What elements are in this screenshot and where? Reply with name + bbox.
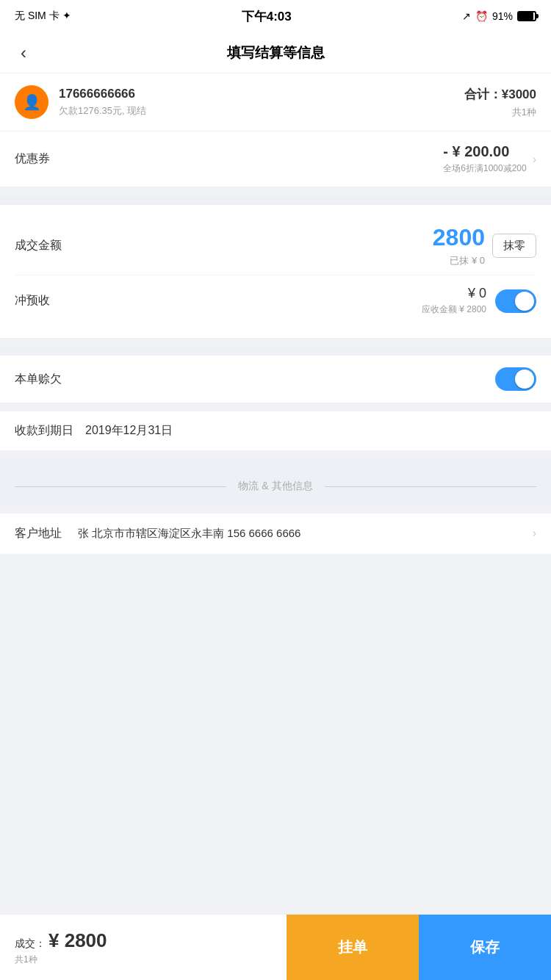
avatar-icon: 👤 (23, 93, 41, 111)
prereceive-label: 冲预收 (15, 293, 50, 309)
debt-toggle-knob (515, 370, 534, 389)
section-divider-1 (0, 196, 551, 205)
total-count: 共1种 (464, 106, 536, 119)
battery-percent: 91% (492, 10, 513, 22)
deal-amount-row: 成交金额 2800 已抹 ¥ 0 抹零 (15, 217, 536, 275)
coupon-amount-block: - ¥ 200.00 全场6折满1000减200 (443, 143, 526, 175)
coupon-amount: - ¥ 200.00 (443, 143, 526, 160)
bottom-count: 共1种 (15, 954, 272, 966)
amount-value: 2800 (433, 224, 485, 251)
clock-icon: ⏰ (475, 10, 488, 22)
already-zero: 已抹 ¥ 0 (433, 254, 485, 267)
bottom-deal-row: 成交： ¥ 2800 (15, 929, 272, 952)
bottom-deal-amount: ¥ 2800 (48, 929, 107, 952)
bottom-bar: 成交： ¥ 2800 共1种 挂单 保存 (0, 914, 551, 980)
section-divider-3 (0, 459, 551, 468)
user-info-row: 👤 17666666666 欠款1276.35元, 现结 合计：¥3000 共1… (0, 73, 551, 131)
status-right: ↗ ⏰ 91% (462, 10, 536, 22)
save-button[interactable]: 保存 (419, 915, 551, 980)
logistics-text: 物流 & 其他信息 (238, 480, 312, 493)
coupon-row[interactable]: 优惠券 - ¥ 200.00 全场6折满1000减200 › (0, 131, 551, 187)
bottom-deal-label: 成交： (15, 937, 46, 951)
debt-section: 本单赊欠 (0, 356, 551, 403)
user-sub: 欠款1276.35元, 现结 (59, 104, 146, 118)
bottom-summary: 成交： ¥ 2800 共1种 (0, 915, 287, 980)
address-value: 张 北京市市辖区海淀区永丰南 156 6666 6666 (78, 525, 533, 542)
content-area: 👤 17666666666 欠款1276.35元, 现结 合计：¥3000 共1… (0, 73, 551, 783)
due-date-value: 2019年12月31日 (85, 423, 173, 439)
sim-status: 无 SIM 卡 ✦ (15, 10, 71, 23)
status-left: 无 SIM 卡 ✦ (15, 10, 71, 23)
deal-amount-right: 2800 已抹 ¥ 0 抹零 (433, 224, 536, 267)
toggle-knob (515, 292, 534, 311)
page-title: 填写结算等信息 (227, 43, 325, 62)
address-section[interactable]: 客户地址 张 北京市市辖区海淀区永丰南 156 6666 6666 › (0, 514, 551, 554)
debt-toggle[interactable] (495, 367, 536, 391)
coupon-chevron: › (533, 153, 536, 166)
prereceive-amounts: ¥ 0 应收金额 ¥ 2800 (422, 286, 486, 316)
wipe-zero-button[interactable]: 抹零 (492, 234, 536, 258)
prereceive-toggle[interactable] (495, 289, 536, 313)
status-bar: 无 SIM 卡 ✦ 下午4:03 ↗ ⏰ 91% (0, 0, 551, 32)
section-divider-2 (0, 347, 551, 356)
due-date-section: 收款到期日 2019年12月31日 (0, 411, 551, 450)
deal-amount-label: 成交金额 (15, 238, 62, 253)
user-info-left: 👤 17666666666 欠款1276.35元, 现结 (15, 85, 146, 119)
prereceive-amount: ¥ 0 (422, 286, 486, 301)
amount-section: 成交金额 2800 已抹 ¥ 0 抹零 冲预收 ¥ 0 应收金额 ¥ 2800 (0, 205, 551, 338)
debt-label: 本单赊欠 (15, 372, 62, 387)
user-details: 17666666666 欠款1276.35元, 现结 (59, 87, 146, 118)
prereceive-sub: 应收金额 ¥ 2800 (422, 303, 486, 316)
user-info-card: 👤 17666666666 欠款1276.35元, 现结 合计：¥3000 共1… (0, 73, 551, 187)
back-button[interactable]: ‹ (15, 37, 32, 69)
location-icon: ↗ (462, 10, 471, 22)
pending-button[interactable]: 挂单 (287, 915, 419, 980)
logistics-line-right (325, 486, 536, 487)
user-total: 合计：¥3000 共1种 (464, 86, 536, 119)
battery-icon (517, 11, 536, 21)
coupon-desc: 全场6折满1000减200 (443, 162, 526, 175)
status-time: 下午4:03 (242, 8, 292, 25)
logistics-section: 物流 & 其他信息 (0, 468, 551, 505)
address-label: 客户地址 (15, 526, 66, 541)
gray-space (0, 563, 551, 710)
user-phone: 17666666666 (59, 87, 146, 101)
prereceive-row: 冲预收 ¥ 0 应收金额 ¥ 2800 (15, 275, 536, 326)
amount-block: 2800 已抹 ¥ 0 (433, 224, 485, 267)
address-chevron: › (533, 527, 536, 540)
due-date-label: 收款到期日 (15, 423, 73, 439)
coupon-right: - ¥ 200.00 全场6折满1000减200 › (443, 143, 536, 175)
logistics-line-left (15, 486, 226, 487)
nav-bar: ‹ 填写结算等信息 (0, 32, 551, 73)
avatar: 👤 (15, 85, 48, 119)
coupon-label: 优惠券 (15, 151, 50, 167)
prereceive-right: ¥ 0 应收金额 ¥ 2800 (422, 286, 536, 316)
total-value: 合计：¥3000 (464, 86, 536, 103)
